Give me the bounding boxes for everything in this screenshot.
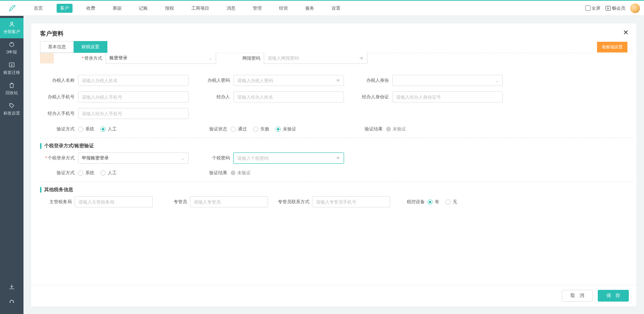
tax-identity-select[interactable]: ⌄ <box>392 75 503 86</box>
sidebar-item-4[interactable]: 标签设置 <box>0 99 23 120</box>
topnav-item-7[interactable]: 消息 <box>223 4 239 13</box>
radio-icon <box>445 199 451 205</box>
handler-phone-input[interactable] <box>78 108 189 119</box>
topnav-item-10[interactable]: 服务 <box>302 4 318 13</box>
eye-off-icon[interactable]: 👁 <box>336 156 340 161</box>
fullscreen-button[interactable]: 全屏 <box>585 5 600 11</box>
eye-off-icon[interactable]: 👁 <box>359 56 364 61</box>
handler-id-label: 经办人身份证 <box>354 94 392 100</box>
tax-name-input[interactable] <box>78 75 189 86</box>
admin-contact-label: 专管员联系方式 <box>278 199 312 205</box>
topnav-item-3[interactable]: 票据 <box>109 4 125 13</box>
radio-icon <box>231 127 236 132</box>
fullscreen-label: 全屏 <box>592 5 600 11</box>
radio-icon <box>78 127 83 132</box>
handler-input[interactable] <box>233 91 344 102</box>
tax-identity-label: 办税人身份 <box>354 77 392 84</box>
sidebar-item-2[interactable]: 账套迁移 <box>0 59 23 79</box>
verify-result-label: 验证结果 <box>348 126 386 132</box>
play-icon <box>605 6 611 11</box>
panel-title: 客户资料 <box>40 30 627 38</box>
verify-method-label: 验证方式 <box>40 126 78 132</box>
radio-icon <box>100 170 106 176</box>
net-pwd-label: 网报密码 <box>233 55 264 61</box>
verify-method2-radios: 系统人工 <box>78 170 117 176</box>
handler-id-input[interactable] <box>392 91 503 102</box>
topnav-item-5[interactable]: 报税 <box>162 4 177 13</box>
admin-input[interactable] <box>190 196 268 207</box>
support-button[interactable] <box>0 295 23 310</box>
tax-phone-label: 办税人手机号 <box>40 94 78 100</box>
vs1-opt-2[interactable]: 未验证 <box>276 126 296 132</box>
fullscreen-icon <box>585 6 590 11</box>
login-method-value: 账密登录 <box>109 55 127 61</box>
feather-icon <box>8 4 17 12</box>
boss-settings-button[interactable]: 老板端设置 <box>597 42 627 52</box>
login-method-label: *登录方式 <box>68 55 106 61</box>
sidebar-item-0[interactable]: 全部客户 <box>0 18 23 38</box>
personal-pwd-input[interactable] <box>233 153 344 164</box>
vm2-opt-1[interactable]: 人工 <box>100 170 117 176</box>
bureau-input[interactable] <box>75 196 153 207</box>
section-other-tax: 其他税务信息 <box>40 187 633 193</box>
tax-phone-input[interactable] <box>78 91 189 102</box>
tax-pwd-input[interactable] <box>233 75 344 86</box>
verify-method-radios: 系统人工 <box>78 126 117 132</box>
personal-pwd-label: 个税密码 <box>199 155 233 161</box>
topnav-item-4[interactable]: 记账 <box>135 4 151 13</box>
brand-logo <box>4 4 21 12</box>
dot-icon <box>231 170 236 175</box>
avatar[interactable] <box>630 3 640 13</box>
sidebar-bottom <box>0 281 23 314</box>
vm1-opt-0[interactable]: 系统 <box>78 126 94 132</box>
panel-body[interactable]: *登录方式 账密登录 ⌄ 网报密码 👁 <box>31 53 636 285</box>
svg-point-2 <box>11 43 12 44</box>
panel-tabs: 基本信息财税设置 <box>40 41 107 53</box>
device-label: 税控设备 <box>400 199 427 205</box>
net-pwd-input[interactable] <box>264 53 367 64</box>
topnav-item-1[interactable]: 客户 <box>57 4 73 13</box>
eye-off-icon[interactable]: 👁 <box>336 78 340 83</box>
export-icon <box>8 61 15 68</box>
vm2-opt-0[interactable]: 系统 <box>78 170 94 176</box>
save-button[interactable]: 保 存 <box>598 290 629 302</box>
tab-1[interactable]: 财税设置 <box>74 41 107 53</box>
member-button[interactable]: 畅会员 <box>605 5 625 11</box>
topnav-item-8[interactable]: 管理 <box>249 4 265 13</box>
chevron-down-icon: ⌄ <box>209 56 212 61</box>
vs1-opt-1[interactable]: 失败 <box>253 126 269 132</box>
top-nav: 首页客户收费票据记账报税工商项目消息管理经营服务设置 全屏 畅会员 <box>0 0 644 16</box>
vm1-opt-1[interactable]: 人工 <box>100 126 117 132</box>
vs1-opt-0[interactable]: 通过 <box>231 126 247 132</box>
topnav-item-2[interactable]: 收费 <box>83 4 99 13</box>
verify-status-label: 验证状态 <box>196 126 231 132</box>
admin-label: 专管员 <box>162 199 190 205</box>
personal-login-value: 申报账密登录 <box>82 155 109 161</box>
dev1-opt-1[interactable]: 无 <box>445 199 457 205</box>
sidebar-item-3[interactable]: 回收站 <box>0 79 23 99</box>
cancel-button[interactable]: 取 消 <box>562 290 593 302</box>
customer-panel: 客户资料 ✕ 基本信息财税设置 老板端设置 *登录方式 账密登录 ⌄ <box>31 23 636 306</box>
close-button[interactable]: ✕ <box>623 28 629 37</box>
chevron-down-icon: ⌄ <box>495 78 499 83</box>
topnav-item-9[interactable]: 经营 <box>276 4 291 13</box>
radio-icon <box>427 199 433 205</box>
topnav-item-6[interactable]: 工商项目 <box>188 4 213 13</box>
topnav-item-0[interactable]: 首页 <box>30 4 46 13</box>
personal-login-select[interactable]: 申报账密登录 ⌄ <box>78 153 189 164</box>
topnav-item-11[interactable]: 设置 <box>328 4 344 13</box>
bureau-label: 主管税务局 <box>40 199 75 205</box>
login-method-select[interactable]: 账密登录 ⌄ <box>106 53 216 64</box>
dev1-opt-0[interactable]: 有 <box>427 199 439 205</box>
tab-0[interactable]: 基本信息 <box>40 41 74 53</box>
tag-icon <box>8 102 15 109</box>
chevron-down-icon: ⌄ <box>181 156 185 161</box>
sidebar-item-1[interactable]: 0申报 <box>0 38 23 59</box>
panel-footer: 取 消 保 存 <box>31 285 636 306</box>
section-personal-tax: 个税登录方式/账密验证 <box>40 143 633 149</box>
verify-result2-value: 未验证 <box>231 170 251 176</box>
truncated-login-row: *登录方式 账密登录 ⌄ 网报密码 👁 <box>40 53 633 63</box>
download-button[interactable] <box>0 281 23 295</box>
admin-contact-input[interactable] <box>312 196 390 207</box>
trash-icon <box>8 82 15 89</box>
